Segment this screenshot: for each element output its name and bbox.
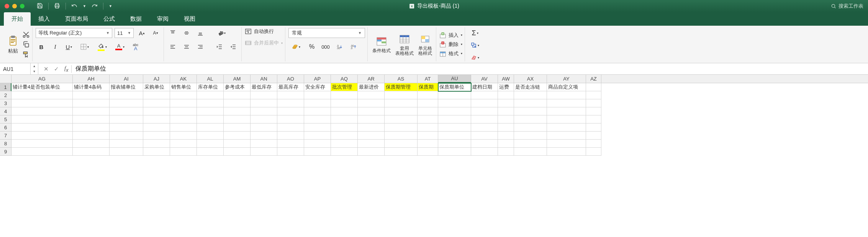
cell[interactable] — [251, 132, 277, 140]
cell[interactable] — [586, 83, 601, 91]
cell-styles-button[interactable]: 单元格 格样式 — [417, 32, 434, 57]
cell[interactable]: 是否走冻链 — [514, 83, 547, 91]
increase-decimal-button[interactable]: .0.00 — [334, 42, 345, 52]
cancel-formula-button[interactable]: ✕ — [44, 66, 49, 72]
column-header[interactable]: AN — [251, 75, 277, 83]
cell[interactable]: 保质期管理 — [385, 83, 418, 91]
cell[interactable] — [197, 115, 224, 123]
column-header[interactable]: AS — [385, 75, 418, 83]
number-format-dropdown[interactable]: 常规▼ — [288, 28, 365, 38]
cell[interactable] — [143, 123, 170, 132]
tab-数据[interactable]: 数据 — [123, 12, 149, 26]
row-header[interactable]: 7 — [0, 132, 11, 140]
cell[interactable] — [471, 132, 498, 140]
chevron-down-icon[interactable]: ▼ — [83, 4, 86, 8]
cell[interactable] — [110, 115, 143, 123]
align-right-button[interactable] — [195, 42, 206, 52]
cell[interactable] — [170, 132, 197, 140]
align-center-button[interactable] — [181, 42, 192, 52]
cell[interactable] — [547, 123, 586, 132]
cell[interactable] — [143, 140, 170, 148]
column-header[interactable]: AW — [498, 75, 514, 83]
row-header[interactable]: 6 — [0, 123, 11, 132]
row-header[interactable]: 1 — [0, 83, 11, 91]
cell[interactable] — [11, 99, 73, 107]
cell[interactable] — [514, 123, 547, 132]
cell[interactable] — [498, 148, 514, 156]
cell[interactable] — [143, 99, 170, 107]
tab-公式[interactable]: 公式 — [96, 12, 123, 26]
cell[interactable]: 最高库存 — [277, 83, 304, 91]
cell[interactable] — [251, 99, 277, 107]
row-header[interactable]: 4 — [0, 107, 11, 115]
insert-cells-button[interactable]: 插入▾ — [439, 32, 462, 39]
cell[interactable]: 销售单位 — [170, 83, 197, 91]
cell[interactable]: 辅计量4条码 — [73, 83, 110, 91]
row-header[interactable]: 8 — [0, 140, 11, 148]
row-header[interactable]: 5 — [0, 115, 11, 123]
cell[interactable] — [418, 91, 438, 99]
cell[interactable] — [11, 140, 73, 148]
cell[interactable] — [110, 148, 143, 156]
cell[interactable] — [586, 115, 601, 123]
percent-button[interactable]: % — [306, 42, 318, 52]
cell[interactable] — [224, 123, 251, 132]
cell[interactable] — [224, 140, 251, 148]
cell[interactable] — [304, 99, 331, 107]
cell[interactable] — [438, 140, 471, 148]
cell[interactable] — [170, 91, 197, 99]
cell[interactable] — [73, 148, 110, 156]
copy-button[interactable] — [22, 41, 30, 48]
cell[interactable]: 最低库存 — [251, 83, 277, 91]
decrease-decimal-button[interactable]: .00.0 — [347, 42, 359, 52]
cell[interactable] — [224, 148, 251, 156]
cell[interactable] — [143, 148, 170, 156]
cell[interactable]: 报表辅单位 — [110, 83, 143, 91]
cell[interactable] — [586, 91, 601, 99]
cell[interactable] — [304, 91, 331, 99]
cut-button[interactable] — [22, 31, 30, 38]
cell[interactable] — [586, 123, 601, 132]
wrap-text-button[interactable]: 自动换行 — [245, 28, 274, 35]
cell[interactable] — [418, 148, 438, 156]
tab-审阅[interactable]: 审阅 — [149, 12, 176, 26]
cell[interactable] — [224, 132, 251, 140]
cell[interactable] — [471, 115, 498, 123]
increase-indent-button[interactable] — [228, 42, 239, 52]
cell[interactable] — [251, 115, 277, 123]
cell[interactable] — [251, 148, 277, 156]
cell[interactable] — [110, 123, 143, 132]
cell[interactable] — [197, 140, 224, 148]
cell[interactable] — [498, 91, 514, 99]
cell[interactable] — [385, 99, 418, 107]
cell[interactable] — [586, 140, 601, 148]
column-header[interactable]: AT — [418, 75, 438, 83]
column-header[interactable]: AQ — [331, 75, 358, 83]
cell[interactable]: 批次管理 — [331, 83, 358, 91]
cell[interactable] — [471, 123, 498, 132]
cell[interactable] — [11, 107, 73, 115]
tab-开始[interactable]: 开始 — [4, 12, 31, 26]
cell[interactable] — [471, 148, 498, 156]
cell[interactable] — [385, 91, 418, 99]
cell[interactable] — [110, 91, 143, 99]
cell[interactable] — [331, 123, 358, 132]
merge-center-button[interactable]: 合并后居中 ▾ — [245, 40, 283, 46]
column-header[interactable]: AK — [170, 75, 197, 83]
cell[interactable]: 商品自定义项 — [547, 83, 586, 91]
cell[interactable] — [514, 91, 547, 99]
cell[interactable] — [304, 123, 331, 132]
cell[interactable] — [471, 99, 498, 107]
cell[interactable] — [73, 123, 110, 132]
redo-icon[interactable] — [92, 3, 98, 10]
row-header[interactable]: 9 — [0, 148, 11, 156]
cell[interactable] — [358, 132, 385, 140]
cell[interactable] — [418, 132, 438, 140]
cell[interactable]: 保质期单位 — [438, 83, 471, 91]
cell[interactable] — [73, 99, 110, 107]
cell[interactable] — [143, 132, 170, 140]
cell[interactable] — [73, 107, 110, 115]
cell[interactable] — [547, 107, 586, 115]
row-header[interactable]: 2 — [0, 91, 11, 99]
cell[interactable] — [358, 91, 385, 99]
